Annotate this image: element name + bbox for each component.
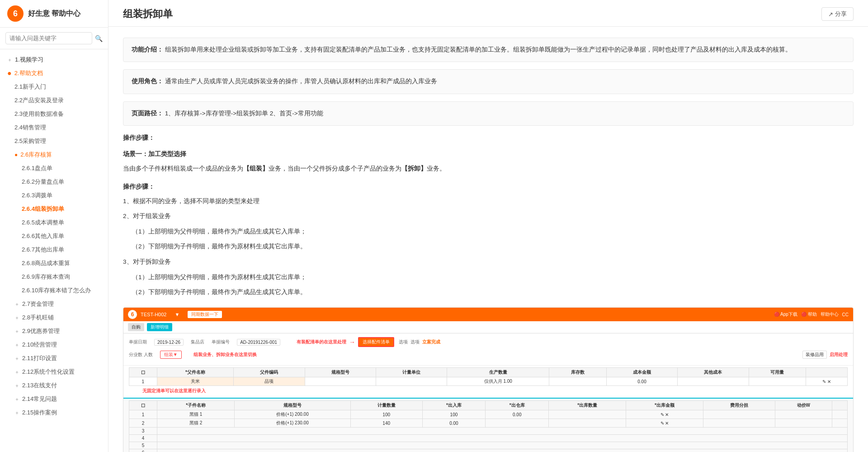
- step2-sub1: （1）上部明细为父件明细，最终作为产成品生成其它入库单；: [132, 226, 854, 238]
- logo-icon: 6: [7, 5, 24, 22]
- path-text: 1、库存核算->库存管理->组装拆卸单 2、首页->常用功能: [165, 110, 323, 117]
- feature-intro-block: 功能介绍： 组装拆卸单用来处理企业组装或拆卸等加工业务，支持有固定装配清单的产品…: [123, 38, 854, 62]
- sidebar-header: 6 好生意 帮助中心: [0, 0, 108, 28]
- ss-annotation1: 有装配清单的在这里处理: [297, 339, 346, 345]
- ss-field: 装修品用: [802, 351, 827, 359]
- expand-icon: ＋: [7, 57, 12, 63]
- sidebar-item-print[interactable]: ＋ 2.11打印设置: [0, 352, 108, 365]
- sidebar-item-docs[interactable]: ● 2.帮助文档: [0, 67, 108, 80]
- ss-type-toggle[interactable]: 组装▼: [160, 351, 182, 359]
- dot-icon-inventory: ●: [14, 152, 18, 157]
- sidebar-item-docs-label: 2.帮助文档: [14, 69, 43, 77]
- share-button[interactable]: ↗ 分享: [821, 7, 854, 21]
- role-block: 使用角色： 通常由生产人员或库管人员完成拆装业务的操作，库管人员确认原材料的出库…: [123, 69, 854, 94]
- ss-subnav: 自购 新增明细: [123, 321, 853, 333]
- ss-order-val: AD-20191226-001: [237, 339, 280, 346]
- ss-date-val: 2019-12-26: [154, 339, 184, 346]
- content-body: 功能介绍： 组装拆卸单用来处理企业组装或拆卸等加工业务，支持有固定装配清单的产品…: [108, 27, 868, 452]
- ss-annotation2: 组装业务、拆卸业务在这里切换: [193, 352, 257, 358]
- sidebar-item-videos[interactable]: ＋ 1.视频学习: [0, 53, 108, 67]
- sidebar-item-videos-label: 1.视频学习: [15, 56, 43, 64]
- screenshot-container: 6 TEST-H002 ▼ 同期数据一下 🔴 App下载 🔴 帮助 帮助中心 C…: [123, 307, 854, 452]
- sidebar-item-cases[interactable]: ＋ 2.15操作案例: [0, 406, 108, 419]
- search-input[interactable]: [5, 32, 92, 44]
- ss-group-label: 集品店: [191, 339, 204, 345]
- ss-annotation4: 无固定清单可以在这里逐行录入: [142, 388, 848, 394]
- ss-select-btn[interactable]: 选择配件清单: [358, 337, 394, 347]
- nav-tree: ＋ 1.视频学习 ● 2.帮助文档 2.1新手入门 2.2产品安装及登录 2.3…: [0, 49, 108, 452]
- main-content: 组装拆卸单 ↗ 分享 功能介绍： 组装拆卸单用来处理企业组装或拆卸等加工业务，支…: [108, 0, 868, 452]
- search-box: 🔍: [0, 28, 108, 49]
- sidebar-item-partstocktake[interactable]: 2.6.2分量盘点单: [0, 175, 108, 189]
- sidebar-item-data[interactable]: 2.3使用前数据准备: [0, 107, 108, 121]
- sidebar-item-otheroutput[interactable]: 2.6.7其他出库单: [0, 243, 108, 257]
- step3-text: 3、对于拆卸业务: [123, 256, 854, 268]
- share-label: 分享: [835, 10, 847, 18]
- sidebar-item-costrecalc[interactable]: 2.6.8商品成本重算: [0, 257, 108, 270]
- sidebar-item-faq[interactable]: ＋ 2.14常见问题: [0, 392, 108, 406]
- sidebar-item-new[interactable]: 2.1新手入门: [0, 80, 108, 94]
- scene1-desc: 当由多个子件材料组装成一个成品的业务为【组装】业务，当由一个父件拆分成多个子产品…: [123, 163, 854, 175]
- step3-sub2: （2）下部明细为子件明细，最终作为产成品生成其它入库单。: [132, 286, 854, 298]
- sidebar-item-purchase[interactable]: 2.5采购管理: [0, 134, 108, 148]
- ss-company: TEST-H002: [141, 312, 166, 317]
- page-title: 组装拆卸单: [123, 7, 173, 21]
- sidebar-item-stockerror[interactable]: 2.6.10库存账本错了怎么办: [0, 284, 108, 297]
- ops-steps-label: 操作步骤：: [123, 183, 854, 191]
- role-text: 通常由生产人员或库管人员完成拆装业务的操作，库管人员确认原材料的出库和产成品的入…: [165, 78, 437, 85]
- role-label: 使用角色：: [132, 78, 163, 85]
- scene1-label: 场景一：加工类型选择: [123, 150, 854, 158]
- app-title: 好生意 帮助中心: [28, 9, 80, 19]
- step1-text: 1、根据不同的业务，选择不同单据的类型来处理: [123, 195, 854, 207]
- path-block: 页面路径： 1、库存核算->库存管理->组装拆卸单 2、首页->常用功能: [123, 101, 854, 126]
- step2-sub2: （2）下部明细为子件明细，最终作为原材料生成其它出库单。: [132, 241, 854, 252]
- share-icon: ↗: [828, 11, 833, 18]
- sidebar-item-install[interactable]: 2.2产品安装及登录: [0, 94, 108, 107]
- ss-top-bar: 6 TEST-H002 ▼ 同期数据一下 🔴 App下载 🔴 帮助 帮助中心 C…: [123, 308, 853, 321]
- feature-intro-text: 组装拆卸单用来处理企业组装或拆卸等加工业务，支持有固定装配清单的产品加工业务，也…: [165, 46, 792, 53]
- step3-sub1: （1）上部明细为父件明细，最终作为原材料生成其它出库单；: [132, 271, 854, 283]
- ss-annotation3: 启用处理: [830, 352, 848, 358]
- ss-lower-table: ☐ *子件名称 规格型号 计量数量 *出入库 *出仓库 *出库数量 *出库金额 …: [123, 398, 853, 452]
- sidebar-item-finance[interactable]: ＋ 2.7资金管理: [0, 297, 108, 311]
- sidebar-item-stocktake[interactable]: 2.6.1盘点单: [0, 162, 108, 175]
- ops-label: 操作步骤：: [123, 134, 854, 142]
- fake-screenshot: 6 TEST-H002 ▼ 同期数据一下 🔴 App下载 🔴 帮助 帮助中心 C…: [123, 308, 853, 452]
- ss-sync-btn: 同期数据一下: [188, 311, 222, 318]
- step2-text: 2、对于组装业务: [123, 210, 854, 222]
- feature-intro-label: 功能介绍：: [132, 46, 163, 53]
- ss-tab1[interactable]: 自购: [128, 323, 144, 331]
- path-label: 页面路径：: [132, 110, 163, 117]
- sidebar: 6 好生意 帮助中心 🔍 ＋ 1.视频学习 ● 2.帮助文档 2.1新手入门 2…: [0, 0, 108, 452]
- ss-date-label: 单据日期: [129, 339, 147, 345]
- sidebar-item-coupon[interactable]: ＋ 2.9优惠券管理: [0, 324, 108, 338]
- ss-row1-code: 品项: [234, 377, 305, 386]
- ss-tab2[interactable]: 新增明细: [147, 323, 172, 331]
- ss-confirm-btn[interactable]: 立案完成: [422, 339, 440, 345]
- sidebar-item-onlinepay[interactable]: ＋ 2.13在线支付: [0, 379, 108, 392]
- ss-order-label: 单据编号: [212, 339, 230, 345]
- sidebar-item-stockquery[interactable]: 2.6.9库存账本查询: [0, 270, 108, 284]
- sidebar-item-costadj[interactable]: 2.6.5成本调整单: [0, 216, 108, 229]
- main-header: 组装拆卸单 ↗ 分享: [108, 0, 868, 27]
- sidebar-item-inventory[interactable]: ● 2.6库存核算: [0, 148, 108, 162]
- sidebar-item-sales[interactable]: 2.4销售管理: [0, 121, 108, 134]
- search-button[interactable]: 🔍: [95, 35, 103, 42]
- ss-logo: 6: [128, 310, 137, 319]
- dot-icon: ●: [7, 70, 12, 77]
- ss-form-area: 单据日期 2019-12-26 集品店 单据编号 AD-20191226-001…: [123, 333, 853, 366]
- sidebar-item-ops[interactable]: ＋ 2.10经营管理: [0, 338, 108, 352]
- sidebar-item-otherinput[interactable]: 2.6.6其他入库单: [0, 229, 108, 243]
- sidebar-item-mobile[interactable]: ＋ 2.8手机旺铺: [0, 311, 108, 324]
- ss-upper-table: ☐ *父件名称 父件编码 规格型号 计量单位 生产数量 库存数 成本金额 其他成…: [123, 366, 853, 398]
- sidebar-item-adjust[interactable]: 2.6.3调拨单: [0, 189, 108, 202]
- ss-row1-name: 关米: [157, 377, 233, 386]
- sidebar-item-customize[interactable]: ＋ 2.12系统个性化设置: [0, 365, 108, 379]
- sidebar-item-assembly[interactable]: 2.6.4组装拆卸单: [0, 202, 108, 216]
